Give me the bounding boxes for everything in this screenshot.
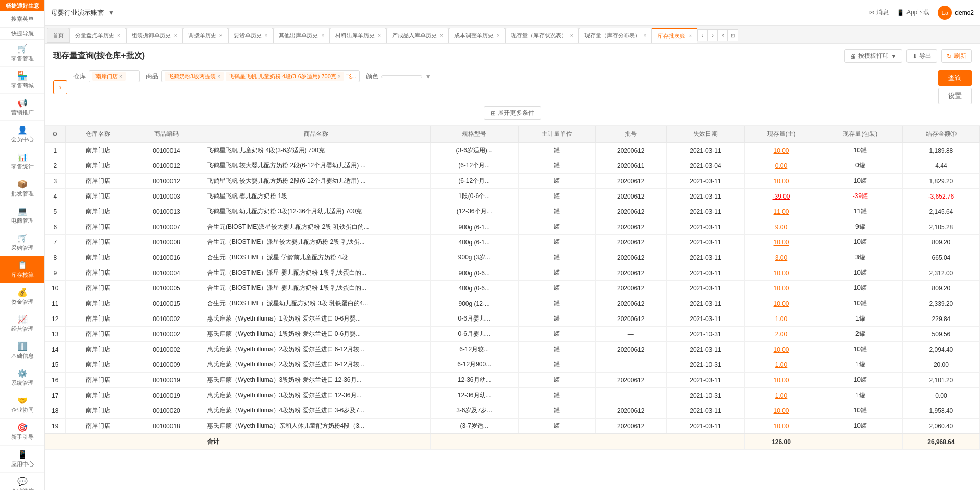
tab-close-all[interactable]: × — [718, 29, 728, 41]
sidebar-item-经营管理[interactable]: 📈经营管理 — [0, 310, 44, 337]
td-qty-main[interactable]: 10.00 — [745, 235, 818, 250]
warehouse-tags[interactable]: 南岸门店 × — [89, 70, 140, 82]
sidebar-item-资金管理[interactable]: 💰资金管理 — [0, 283, 44, 310]
td-unit: 罐 — [518, 143, 595, 158]
tab-close-4[interactable]: × — [265, 33, 268, 38]
sidebar-item-营销推广[interactable]: 📢营销推广 — [0, 94, 44, 121]
td-batch: 20200612 — [595, 342, 666, 357]
sidebar-item-电商管理[interactable]: 💻电商管理 — [0, 202, 44, 229]
quick-nav-button[interactable]: 快捷导航 — [0, 28, 44, 40]
tab-0[interactable]: 首页 — [47, 28, 69, 43]
td-qty-main[interactable]: 1.00 — [745, 388, 818, 403]
tab-7[interactable]: 产成品入库单历史× — [386, 28, 449, 43]
td-amount: 2,094.40 — [902, 342, 979, 357]
tab-8[interactable]: 成本调整单历史× — [449, 28, 505, 43]
sidebar-item-零售统计[interactable]: 📊零售统计 — [0, 148, 44, 175]
sidebar-item-批发管理[interactable]: 📦批发管理 — [0, 175, 44, 202]
tab-6[interactable]: 材料出库单历史× — [330, 28, 386, 43]
sidebar-item-零售管理[interactable]: 🛒零售管理 — [0, 40, 44, 67]
tab-close-2[interactable]: × — [174, 33, 177, 38]
product-tag-more[interactable]: 飞... — [346, 72, 356, 80]
td-qty-main[interactable]: 2.00 — [745, 327, 818, 342]
tab-close-10[interactable]: × — [644, 33, 647, 38]
tab-nav-left[interactable]: ‹ — [697, 29, 707, 41]
tab-close-6[interactable]: × — [378, 33, 381, 38]
td-qty-main[interactable]: 11.00 — [745, 204, 818, 219]
th-qty-main: 现存量(主) — [745, 126, 818, 143]
td-code: 00100019 — [131, 373, 202, 388]
td-qty-main[interactable]: 10.00 — [745, 143, 818, 158]
export-button[interactable]: ⬇ 导出 — [906, 49, 937, 63]
sidebar-search-button[interactable]: 搜索英单 — [0, 11, 44, 28]
sidebar-item-库存核算[interactable]: 📋库存核算 — [0, 256, 44, 283]
td-qty-main[interactable]: 9.00 — [745, 219, 818, 235]
filter-expand-btn[interactable]: › — [53, 80, 67, 94]
sidebar-item-零售商城[interactable]: 🏪零售商城 — [0, 67, 44, 94]
tab-close-5[interactable]: × — [321, 33, 324, 38]
td-qty-pkg: 1罐 — [818, 357, 902, 373]
td-name: 合生元（BIOSTIME）派星较大婴儿配方奶粉 2段 乳铁蛋... — [202, 235, 430, 250]
sidebar-item-会员中心[interactable]: 👤会员中心 — [0, 121, 44, 148]
sidebar-icon-15: 📱 — [17, 450, 28, 459]
sidebar-item-基础信息[interactable]: ℹ️基础信息 — [0, 337, 44, 364]
tab-close-1[interactable]: × — [117, 33, 120, 38]
td-batch: 20200612 — [595, 403, 666, 419]
tab-2[interactable]: 组装拆卸单历史× — [126, 28, 183, 43]
tab-close-9[interactable]: × — [570, 33, 573, 38]
tab-close-3[interactable]: × — [219, 33, 223, 38]
tab-close-7[interactable]: × — [440, 33, 443, 38]
td-qty-main[interactable]: 1.00 — [745, 357, 818, 373]
message-button[interactable]: ✉消息 — [869, 8, 889, 17]
td-qty-main[interactable]: 10.00 — [745, 296, 818, 311]
td-spec: 12-36月幼... — [430, 373, 518, 388]
tab-4[interactable]: 要货单历史× — [228, 28, 274, 43]
sidebar-item-企业协同[interactable]: 🤝企业协同 — [0, 391, 44, 419]
tab-1[interactable]: 分量盘点单历史× — [69, 28, 126, 43]
tab-expand[interactable]: ⊡ — [728, 29, 738, 41]
td-qty-main[interactable]: 10.00 — [745, 174, 818, 189]
sidebar-icon-11: ℹ️ — [17, 341, 28, 351]
td-qty-main[interactable]: 10.00 — [745, 373, 818, 388]
td-qty-main[interactable]: 0.00 — [745, 158, 818, 174]
td-expire: 2021-03-11 — [666, 403, 745, 419]
tab-11[interactable]: 库存批次账× — [652, 28, 697, 43]
tab-5[interactable]: 其他出库单历史× — [273, 28, 330, 43]
color-dropdown-icon[interactable]: ▼ — [425, 73, 431, 80]
td-qty-main[interactable]: 10.00 — [745, 419, 818, 434]
setting-button[interactable]: 设置 — [938, 88, 972, 104]
th-warehouse: 仓库名称 — [65, 126, 131, 143]
tab-10[interactable]: 现存量（库存分布表）× — [579, 28, 652, 43]
tab-close-11[interactable]: × — [689, 33, 692, 39]
app-download-button[interactable]: 📱App下载 — [897, 8, 929, 17]
product-tag-2-close[interactable]: × — [338, 74, 341, 79]
sidebar-item-采购管理[interactable]: 🛒采购管理 — [0, 229, 44, 256]
warehouse-tag: 南岸门店 × — [92, 72, 126, 81]
sidebar-item-系统管理[interactable]: ⚙️系统管理 — [0, 364, 44, 391]
td-warehouse: 南岸门店 — [65, 327, 131, 342]
sidebar-item-企业微信[interactable]: 💬企业微信 — [0, 473, 44, 490]
print-button[interactable]: 🖨 按模板打印 ▼ — [844, 49, 902, 63]
product-tags-container[interactable]: 飞鹤奶粉3段两提装 × 飞鹤星飞帆 儿童奶粉 4段(3-6岁适用) 700克 ×… — [161, 70, 360, 82]
topbar-dropdown[interactable]: ▼ — [108, 9, 114, 16]
td-qty-main[interactable]: 10.00 — [745, 265, 818, 281]
td-qty-main[interactable]: 1.00 — [745, 311, 818, 327]
tab-9[interactable]: 现存量（库存状况表）× — [505, 28, 579, 43]
tab-3[interactable]: 调拨单历史× — [183, 28, 228, 43]
td-expire: 2021-03-11 — [666, 219, 745, 235]
product-tag-1-close[interactable]: × — [217, 74, 220, 79]
color-tags[interactable] — [381, 75, 422, 78]
td-qty-main[interactable]: 10.00 — [745, 342, 818, 357]
tab-close-8[interactable]: × — [497, 33, 500, 38]
td-qty-main[interactable]: 10.00 — [745, 403, 818, 419]
refresh-button[interactable]: ↻ 刷新 — [941, 49, 972, 63]
td-qty-main[interactable]: -39.00 — [745, 189, 818, 204]
td-qty-main[interactable]: 3.00 — [745, 250, 818, 265]
th-settings: ⚙ — [45, 126, 65, 143]
td-qty-main[interactable]: 10.00 — [745, 281, 818, 296]
warehouse-tag-close[interactable]: × — [119, 74, 122, 79]
sidebar-item-应用中心[interactable]: 📱应用中心 — [0, 446, 44, 473]
query-button[interactable]: 查询 — [938, 70, 972, 86]
sidebar-item-新手引导[interactable]: 🎯新手引导 — [0, 419, 44, 446]
tab-nav-right[interactable]: › — [707, 29, 718, 41]
expand-more-button[interactable]: ⊞ 展开更多条件 — [484, 106, 541, 120]
